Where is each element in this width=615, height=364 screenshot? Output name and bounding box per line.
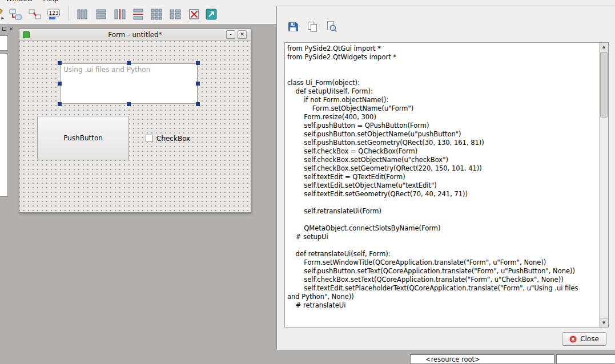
edit-tab-order-button[interactable]: 123, — [46, 7, 61, 22]
scroll-down-button[interactable]: ▼ — [600, 318, 608, 327]
toolbar-separator — [69, 6, 69, 21]
dock-float-button[interactable] — [1, 26, 7, 32]
lay-out-in-a-grid-button[interactable] — [149, 7, 164, 22]
copy-button[interactable] — [306, 20, 319, 34]
checkbox-widget[interactable]: CheckBox — [146, 134, 190, 143]
dock-close-icon: ✕ — [9, 26, 14, 32]
scrollbar-thumb[interactable] — [600, 52, 608, 118]
lay-out-vertically-in-splitter-icon — [131, 7, 145, 21]
edit-signals-slots-button[interactable] — [8, 7, 23, 22]
lay-out-horizontally-in-splitter-button[interactable] — [112, 7, 127, 22]
lay-out-horizontally-button[interactable] — [75, 7, 90, 22]
widget-box-panel[interactable] — [0, 53, 8, 197]
lay-out-vertically-in-splitter-button[interactable] — [131, 7, 146, 22]
break-layout-icon — [187, 7, 201, 21]
svg-text:123,: 123, — [49, 10, 61, 16]
textedit-placeholder: Using .ui files and Python — [61, 64, 197, 75]
code-dialog-toolbar — [286, 20, 339, 34]
edit-signals-slots-icon — [9, 7, 22, 21]
break-layout-button[interactable] — [187, 7, 202, 22]
selection-handle-nw[interactable] — [58, 61, 62, 65]
menubar: Window Help — [6, 0, 59, 3]
close-button[interactable]: Close — [562, 332, 606, 346]
form-close-button[interactable]: ✕ — [238, 30, 247, 39]
selection-handle-se[interactable] — [196, 102, 200, 106]
form-window-title: Form - untitled* — [108, 31, 162, 39]
menu-item-help[interactable]: Help — [43, 0, 58, 3]
find-button[interactable] — [325, 20, 339, 34]
lay-out-in-a-form-layout-button[interactable] — [168, 7, 183, 22]
checkbox-label: CheckBox — [156, 135, 190, 143]
code-vertical-scrollbar[interactable]: ▲ ▼ — [599, 43, 608, 327]
close-circle-icon — [569, 335, 577, 343]
textedit-frame: Using .ui files and Python — [60, 63, 198, 104]
lay-out-in-a-form-layout-icon — [168, 7, 182, 21]
close-button-label: Close — [580, 335, 599, 343]
edit-buddies-button[interactable] — [27, 7, 42, 22]
form-minimize-button[interactable]: - — [226, 30, 235, 39]
selection-handle-ne[interactable] — [196, 61, 200, 65]
lay-out-vertically-button[interactable] — [94, 7, 108, 22]
lay-out-vertically-icon — [94, 7, 108, 21]
lay-out-horizontally-icon — [75, 7, 89, 21]
form-design-canvas[interactable]: Using .ui files and Python PushButton Ch… — [19, 41, 251, 212]
copy-icon — [306, 21, 319, 33]
edit-buddies-icon — [28, 7, 42, 21]
pushbutton-widget[interactable]: PushButton — [37, 116, 129, 160]
resource-browser-panel: <resource root> — [410, 354, 554, 364]
find-icon — [325, 21, 338, 33]
dock-float-icon — [2, 27, 6, 31]
edit-widgets-button[interactable] — [0, 7, 6, 22]
lay-out-horizontally-in-splitter-icon — [113, 7, 127, 21]
form-editor-window: Form - untitled* - ✕ Using .ui files and… — [19, 29, 251, 213]
dock-close-button[interactable]: ✕ — [8, 26, 14, 32]
form-window-titlebar[interactable]: Form - untitled* - ✕ — [19, 29, 251, 41]
selection-handle-n[interactable] — [127, 61, 131, 65]
menu-item-window[interactable]: Window — [6, 0, 33, 3]
scroll-up-button[interactable]: ▲ — [600, 43, 608, 51]
selection-handle-w[interactable] — [58, 82, 62, 86]
widget-box-filter-panel[interactable] — [0, 35, 8, 51]
textedit-widget[interactable]: Using .ui files and Python — [60, 63, 198, 104]
edit-widgets-icon — [0, 7, 5, 21]
code-editor[interactable]: from PySide2.QtGui import * from PySide2… — [284, 42, 609, 327]
adjust-size-button[interactable] — [204, 7, 219, 22]
lay-out-in-a-grid-icon — [150, 7, 163, 21]
selection-handle-s[interactable] — [127, 102, 131, 106]
generated-code-text[interactable]: from PySide2.QtGui import * from PySide2… — [287, 45, 597, 325]
selection-handle-sw[interactable] — [58, 102, 62, 106]
code-preview-dialog: from PySide2.QtGui import * from PySide2… — [276, 6, 615, 350]
save-icon — [287, 21, 299, 33]
edit-tab-order-icon: 123, — [47, 7, 61, 21]
save-button[interactable] — [286, 20, 300, 34]
checkbox-indicator — [146, 135, 153, 142]
resource-root-item[interactable]: <resource root> — [425, 355, 480, 363]
designer-form-icon — [23, 31, 30, 38]
resource-browser-side-panel — [556, 354, 615, 364]
selection-handle-e[interactable] — [196, 82, 200, 86]
adjust-size-icon — [204, 7, 218, 21]
